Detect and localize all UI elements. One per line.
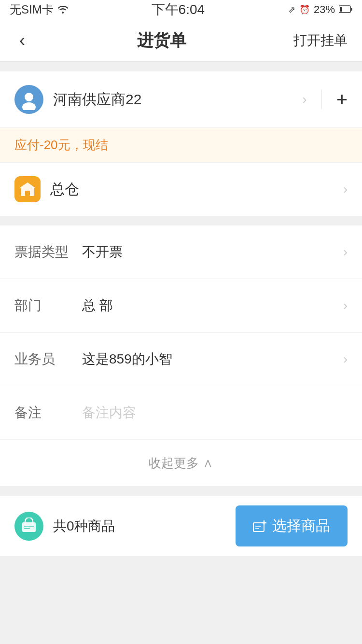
form-section: 票据类型 不开票 › 部门 总 部 › 业务员 这是859的小智 › 备注 备注… [0,225,362,486]
supplier-actions: › + [302,90,348,109]
status-time: 下午6:04 [152,0,205,19]
product-count-text: 共0种商品 [53,517,236,535]
notice-text: 应付-20元，现结 [14,138,108,152]
svg-rect-1 [351,8,352,11]
collapse-row[interactable]: 收起更多 ∧ [0,440,362,486]
alarm-icon: ⏰ [299,4,310,15]
open-pending-button[interactable]: 打开挂单 [293,31,348,50]
notice-banner: 应付-20元，现结 [0,128,362,162]
select-product-button[interactable]: 选择商品 [236,505,348,546]
select-product-icon [253,518,267,534]
department-chevron-icon: › [343,298,348,313]
supplier-name: 河南供应商22 [53,90,302,110]
back-button[interactable]: ‹ [14,26,30,56]
supplier-card: 河南供应商22 › + 应付-20元，现结 总仓 › [0,71,362,216]
product-count-icon [14,512,43,541]
status-bar: 无SIM卡 下午6:04 ⇗ ⏰ 23% [0,0,362,19]
bottom-bar: 共0种商品 选择商品 [0,496,362,556]
battery-icon [339,3,352,16]
status-left: 无SIM卡 [10,2,68,17]
supplier-chevron-icon: › [302,92,306,107]
wifi-icon [57,3,68,16]
invoice-type-value: 不开票 [72,243,338,261]
warehouse-name: 总仓 [50,180,343,199]
collapse-label: 收起更多 ∧ [149,455,213,472]
remark-row[interactable]: 备注 备注内容 [0,386,362,440]
invoice-type-label: 票据类型 [14,243,72,261]
warehouse-row[interactable]: 总仓 › [0,162,362,216]
department-value: 总 部 [72,296,338,315]
remark-label: 备注 [14,404,72,422]
salesperson-label: 业务员 [14,350,72,368]
svg-rect-9 [22,522,36,532]
location-icon: ⇗ [288,4,295,15]
page-title: 进货单 [137,29,186,52]
battery-percent: 23% [314,3,335,16]
svg-point-4 [25,93,33,101]
warehouse-icon [14,176,41,202]
top-divider [0,62,362,71]
invoice-type-row[interactable]: 票据类型 不开票 › [0,225,362,279]
carrier-label: 无SIM卡 [10,2,54,17]
select-product-label: 选择商品 [272,516,330,536]
warehouse-chevron-icon: › [343,182,348,197]
add-supplier-button[interactable]: + [336,90,348,109]
svg-rect-12 [253,523,264,532]
department-row[interactable]: 部门 总 部 › [0,279,362,333]
svg-rect-2 [340,7,342,12]
salesperson-row[interactable]: 业务员 这是859的小智 › [0,333,362,386]
remark-input[interactable]: 备注内容 [72,404,348,422]
supplier-avatar [14,85,43,114]
salesperson-value: 这是859的小智 [72,350,338,368]
invoice-type-chevron-icon: › [343,244,348,260]
vertical-divider [321,90,322,109]
nav-bar: ‹ 进货单 打开挂单 [0,19,362,62]
svg-marker-7 [20,182,35,188]
department-label: 部门 [14,296,72,315]
status-right: ⇗ ⏰ 23% [288,3,352,16]
svg-rect-8 [25,191,30,196]
salesperson-chevron-icon: › [343,351,348,367]
supplier-row[interactable]: 河南供应商22 › + [0,71,362,128]
